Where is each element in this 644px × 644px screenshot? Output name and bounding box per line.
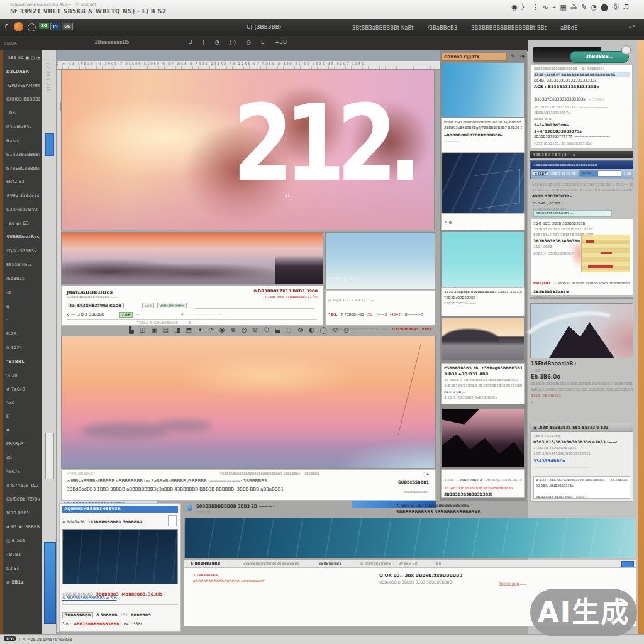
sidebar-item[interactable]: 45675 (6, 469, 40, 474)
strip-tool-icon[interactable]: ◌ (286, 326, 292, 334)
strip-tool-icon[interactable]: ⊙ (333, 326, 338, 334)
strip-tool-icon[interactable]: ◉ (219, 326, 225, 334)
badge-pi[interactable]: Pi (50, 23, 60, 30)
list-row[interactable]: 3a3a3B23G3BBs (534, 123, 630, 128)
list-row[interactable]: 336648£nB5° BBBBBBBBBBBBBBBBBBB3B (534, 72, 630, 77)
sidebar-item[interactable]: ◍ 2B1s (6, 580, 40, 585)
titlebar-icon[interactable]: ▦ (560, 3, 570, 11)
sidebar-item[interactable]: # 7a6cB (6, 387, 40, 392)
list-row[interactable]: 3B3BB3B73B3777777 ·——————————· (534, 135, 630, 139)
strip-tool-icon[interactable]: ▣ (151, 326, 157, 334)
bottom-toolbar-item[interactable]: B. BBBBBBBBBB ·— 3VBB3 3B (360, 561, 418, 566)
strip-tool-icon[interactable]: ▤ (163, 326, 169, 334)
card-road-image[interactable] (441, 318, 525, 360)
circle-tool-icon[interactable] (28, 23, 36, 31)
sidebar-item[interactable]: H-das (6, 138, 40, 143)
sidebar-item[interactable]: D3LDAEK (6, 69, 40, 74)
sidebar-item[interactable]: q (6, 304, 40, 309)
sidebar-item[interactable]: -d (6, 290, 40, 295)
sidebar-item[interactable]: G1R23BBBBBBBs (6, 152, 40, 157)
titlebar-icon[interactable]: ⌁ (552, 3, 560, 11)
aerial-landscape-image[interactable] (530, 303, 633, 358)
list-row[interactable]: [Q33HB3B33E: 3B 3BB3B3333Bs] (534, 142, 630, 146)
gray-panel-titlebar[interactable]: ▣ .B3B B63B3B31 EB2 BE333 9 B33 (531, 423, 633, 432)
sidebar-item[interactable]: -GPD9E5AMMMBS (6, 83, 40, 88)
titlebar-icon[interactable]: ∿ (543, 3, 552, 11)
sidebar-item[interactable]: /SaBB3s (6, 276, 40, 281)
strip-tool-icon[interactable]: ◨ (174, 326, 180, 334)
options-icon[interactable]: 3 (189, 39, 192, 47)
options-icon[interactable]: +3B (275, 39, 287, 47)
blue-link[interactable]: 8 3BBBBBBBBBBBB3 4 3 6 (62, 596, 117, 601)
sidebar-item[interactable]: E5XXdiilncs (6, 262, 40, 267)
sidebar-item[interactable]: -3B3 0C ▣ ◳ ◔ (6, 55, 40, 60)
sky-thumbnail[interactable]: B 3 B | 3 B 3 ◔ — (325, 232, 435, 289)
sidebar-item[interactable]: G3nd6aB3s (6, 125, 40, 130)
strip-tool-icon[interactable]: ▙ (129, 326, 134, 334)
panel-blue-header[interactable]: AQBRH3HBBBB3HB3V3R (62, 506, 178, 513)
titlebar-icon[interactable]: ♬ (623, 3, 633, 11)
teal-inset-field[interactable]: 3B3B3B3B3B3BB3B3 — (533, 210, 612, 217)
dialog-chip[interactable]: ≡4BB7 (533, 171, 548, 177)
card-teal-sky-image[interactable] (441, 231, 525, 287)
bottom-toolbar-item[interactable]: EB—— (436, 561, 449, 566)
titlebar-icon[interactable]: ⬤ (601, 3, 612, 11)
strip-tool-icon[interactable]: ⊘ (253, 326, 258, 334)
form-field-3[interactable]: 3HH3HHHHH (157, 303, 187, 308)
titlebar-icon[interactable]: ⁂ (570, 3, 581, 11)
list-row[interactable]: BE4B. B3333333333333333333s (534, 78, 630, 83)
sidebar-item[interactable]: · (6, 318, 40, 323)
preset-dropdown[interactable]: 1BaaaaaaaB5 (94, 40, 129, 46)
strip-tool-icon[interactable]: ◐ (309, 326, 314, 334)
strip-tool-icon[interactable]: ⬓ (275, 326, 280, 334)
scroll-marker-blue[interactable] (45, 133, 54, 156)
sidebar-item[interactable]: "BaBBL (6, 359, 40, 364)
strip-tool-icon[interactable]: ◫ (140, 326, 145, 334)
options-icon[interactable]: ( (203, 39, 205, 47)
menu-bar[interactable]: St 3992T VBET SB5KB & WBETQ NS) · EJ B S… (10, 8, 413, 16)
sidebar-item[interactable]: EBBBp3 (6, 441, 40, 447)
sidebar-item[interactable]: % 30 (6, 373, 40, 378)
strip-tool-icon[interactable]: ✦ (197, 326, 203, 334)
sidebar-item[interactable]: ERY2 53 (6, 179, 40, 184)
sidebar-item[interactable]: G7B6BCBBBBBBs (6, 166, 40, 171)
sidebar-item[interactable]: ◫ B-3C3 (6, 538, 40, 543)
titlebar-icon[interactable]: ✎ (581, 3, 591, 11)
list-row[interactable]: 3HB3B7EHB33333333333sat 333333 (534, 91, 630, 104)
sidebar-item[interactable]: · Bd- (6, 111, 40, 116)
strip-tool-icon[interactable]: ❍ (264, 326, 269, 334)
toolbar-menu-item[interactable]: /3BaBBeB3 (428, 25, 457, 31)
browser-icon[interactable] (14, 22, 23, 31)
teal-action-button[interactable]: 3bBBBBB… (570, 51, 629, 63)
badge-66[interactable]: 66 (62, 23, 73, 30)
form-field-1[interactable]: 43: EK3GHB37WW KGO8 (67, 303, 124, 308)
sidebar-item[interactable]: GHHB3 BBBBBBBBY (6, 97, 40, 102)
list-row[interactable]: BBB3 B7B (534, 117, 630, 121)
strip-tool-icon[interactable]: ◯ (320, 326, 327, 334)
card-header-icon[interactable]: ✎ (511, 53, 515, 60)
card-night-image[interactable] (441, 153, 525, 213)
sidebar-item[interactable]: ⌘3B B1P1L (6, 511, 40, 516)
sidebar-item[interactable]: E (6, 414, 40, 419)
bottom-toolbar-item[interactable]: 6.BB3HB3BBB— (191, 561, 224, 566)
titlebar-icon[interactable]: ⋮ (532, 3, 543, 11)
options-icon[interactable]: ◔ (214, 39, 219, 47)
sidebar-item[interactable]: 43s (6, 400, 40, 405)
cards-header-chip[interactable]: GBRB93 FJJJ3TA (441, 53, 507, 61)
card-sky-image[interactable] (441, 62, 525, 118)
scrollbar-thumb[interactable] (44, 542, 56, 624)
strip-tool-icon[interactable]: ⊗ (230, 326, 235, 334)
card-mountain-image[interactable] (441, 409, 525, 467)
titlebar-icon[interactable]: ◉ (511, 3, 521, 11)
strip-tool-icon[interactable]: ⚙ (297, 326, 303, 334)
sidebar-item[interactable]: YQQ a333B3s (6, 248, 40, 253)
sidebar-item[interactable]: · B7B3 (6, 552, 40, 557)
strip-tool-icon[interactable]: ◎ (343, 326, 349, 334)
strip-tool-icon[interactable]: ⟳ (208, 326, 213, 334)
dialog-titlebar[interactable]: 3BBBBBBBBBBBBBBBBBBBBBBBBBB (531, 161, 633, 169)
sidebar-item[interactable]: E-23 (6, 331, 40, 336)
options-icon[interactable]: E (261, 39, 265, 47)
form-green-chip[interactable]: ✓GB (119, 312, 133, 318)
titlebar-icon[interactable]: 〉 (521, 3, 532, 11)
options-icon[interactable]: ◯ (230, 39, 236, 47)
